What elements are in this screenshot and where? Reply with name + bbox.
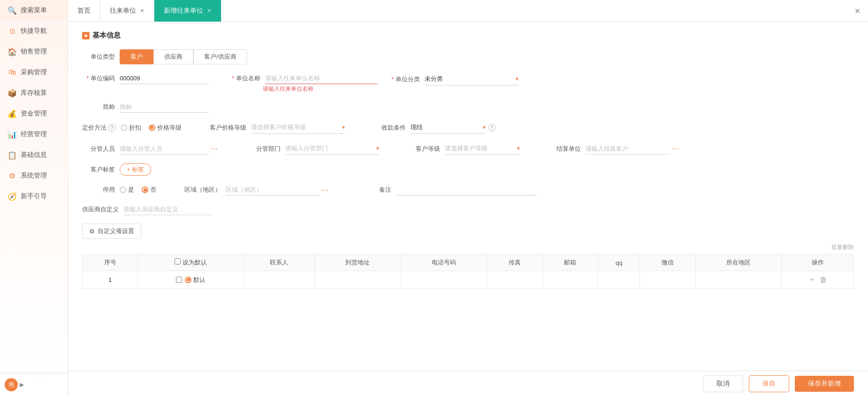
sidebar-item-basic-info[interactable]: 📋 基础信息 [0,145,68,165]
row-delete-button[interactable]: 🗑 [820,276,827,284]
sidebar-bottom-label: ▶ [20,381,24,388]
disabled-group: 停用 是 否 [82,186,156,194]
window-close-button[interactable]: ✕ [854,6,860,15]
type-btn-supplier[interactable]: 供应商 [153,49,193,64]
col-fax: 传真 [487,255,542,271]
system-icon: ⚙ [8,171,17,180]
col-num: 序号 [83,255,138,271]
tab-new-partner-label: 新增往来单位 [164,7,203,15]
settlement-unit-group: 结算单位 ··· [548,143,681,155]
sidebar-item-quicknav[interactable]: ⊙ 快捷导航 [0,21,68,41]
custom-settings-icon: ⚙ [89,228,95,235]
customer-level-select[interactable]: 请选择客户等级 ▾ [445,142,520,155]
department-arrow: ▾ [376,145,379,152]
table-row: 1 默认 [83,271,854,289]
disabled-radio-yes[interactable]: 是 [120,186,134,194]
user-avatar: 用 [5,378,18,391]
pricing-radio-discount[interactable]: 折扣 [121,124,141,132]
unit-code-input[interactable] [120,73,209,84]
settlement-unit-ellipsis[interactable]: ··· [670,144,681,154]
supplier-custom-input[interactable] [123,204,213,215]
notes-input[interactable] [396,184,537,195]
region-input[interactable] [226,184,320,195]
pricing-radio-group: 折扣 价格等级 [121,124,182,132]
tab-partner-list[interactable]: 往来单位 ✕ [100,0,154,22]
pricing-help-icon[interactable]: ? [108,124,116,132]
col-region: 所在地区 [695,255,782,271]
tab-new-partner-close[interactable]: ✕ [207,8,212,14]
section-icon: ■ [82,32,90,39]
unit-type-btn-group: 客户 供应商 客户/供应商 [120,49,247,64]
cell-ops: ＋ 🗑 [782,271,854,289]
pricing-radio-discount-label: 折扣 [129,124,141,132]
department-label: 分管部门 [248,145,285,153]
pricing-radio-price-level[interactable]: 价格等级 [149,124,182,132]
col-email: 邮箱 [542,255,598,271]
supplier-custom-group: 供应商自定义 [82,204,213,215]
pricing-row: 定价方法 ? 折扣 价格等级 客户价格等级 [82,121,854,134]
cell-default: 默认 [138,271,244,289]
unit-category-select[interactable]: 未分类 ▾ [425,73,518,85]
unit-info-row: 单位编码 单位名称 请输入往来单位名称 单位分类 [82,73,854,93]
basic-info-icon: 📋 [8,150,17,160]
alias-input[interactable] [120,101,209,113]
default-radio[interactable]: 默认 [185,276,206,284]
sidebar-item-inventory[interactable]: 📦 库存核算 [0,83,68,103]
add-tag-button[interactable]: + 标签 [120,163,151,176]
cell-fax [487,271,542,289]
payment-help-icon[interactable]: ? [488,124,496,132]
sidebar-item-sales[interactable]: 🏠 销售管理 [0,41,68,62]
sidebar-item-label: 基础信息 [21,151,47,159]
col-ops: 操作 [782,255,854,271]
disabled-radio-group: 是 否 [120,186,156,194]
col-contact: 联系人 [244,255,314,271]
custom-settings-button[interactable]: ⚙ 自定义项设置 [82,224,141,239]
save-button[interactable]: 保存 [749,375,789,392]
manager-row: 分管人员 ··· 分管部门 请输入分管部门 ▾ 客户等级 请选择客户等级 ▾ [82,142,854,155]
bottom-bar: 取消 保存 保存并新增 [68,371,868,396]
cell-phone [401,271,487,289]
tab-new-partner[interactable]: 新增往来单位 ✕ [154,0,221,22]
sidebar-item-finance[interactable]: 💰 资金管理 [0,103,68,124]
select-all-checkbox[interactable] [175,258,181,264]
batch-delete-button[interactable]: 批量删除 [831,243,854,251]
sidebar-item-purchase[interactable]: 🛍 采购管理 [0,62,68,83]
tab-home-label: 首页 [77,7,91,15]
sidebar-item-operations[interactable]: 📊 经营管理 [0,124,68,145]
type-btn-both[interactable]: 客户/供应商 [193,49,247,64]
disabled-yes-label: 是 [128,186,134,194]
disabled-radio-no[interactable]: 否 [142,186,156,194]
col-phone: 电话号码 [401,255,487,271]
sidebar-item-label: 采购管理 [21,68,47,77]
sidebar-item-system[interactable]: ⚙ 系统管理 [0,165,68,186]
table-actions: 批量删除 [82,243,854,251]
sidebar-item-search[interactable]: 🔍 搜索菜单 [0,0,68,21]
disabled-row: 停用 是 否 区域（地区） ··· [82,184,854,195]
row-checkbox[interactable] [176,277,182,283]
payment-terms-select[interactable]: 现结 ▾ [411,121,486,134]
unit-name-field [265,73,368,84]
save-new-button[interactable]: 保存并新增 [795,376,854,392]
manager-ellipsis[interactable]: ··· [209,144,220,154]
unit-name-input[interactable] [265,73,378,84]
tab-home[interactable]: 首页 [68,0,100,22]
form-content: ■ 基本信息 单位类型 客户 供应商 客户/供应商 单位编码 单位名称 [68,22,868,371]
customer-price-level-select[interactable]: 请选择客户价格等级 ▾ [251,121,345,134]
customer-level-arrow: ▾ [517,145,520,152]
region-ellipsis[interactable]: ··· [320,185,330,195]
sidebar-item-guide[interactable]: 🧭 新手引导 [0,186,68,207]
type-btn-customer[interactable]: 客户 [120,49,153,64]
tab-partner-list-close[interactable]: ✕ [140,8,145,14]
settlement-unit-input[interactable] [586,143,670,155]
notes-label: 备注 [358,186,396,194]
row-add-button[interactable]: ＋ [808,275,816,285]
department-placeholder: 请输入分管部门 [285,144,374,153]
manager-input[interactable] [120,143,209,155]
pricing-radio-price-level-label: 价格等级 [157,124,182,132]
cancel-button[interactable]: 取消 [703,375,743,392]
alias-row: 简称 [82,101,854,113]
main-content: 首页 往来单位 ✕ 新增往来单位 ✕ ✕ ■ 基本信息 单位类型 客户 供应商 … [68,0,868,396]
department-select[interactable]: 请输入分管部门 ▾ [285,142,379,155]
sidebar: 🔍 搜索菜单 ⊙ 快捷导航 🏠 销售管理 🛍 采购管理 📦 库存核算 💰 资金管… [0,0,68,396]
pricing-method-group: 定价方法 ? 折扣 价格等级 [82,124,182,132]
